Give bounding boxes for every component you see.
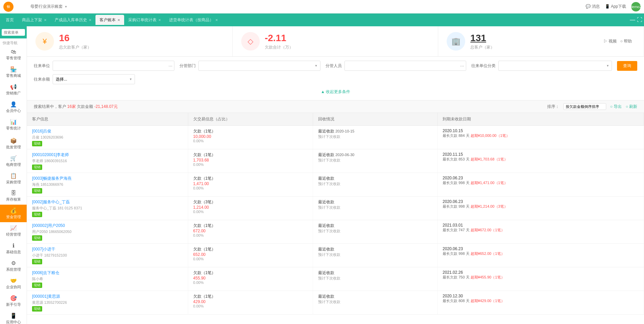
avatar[interactable]: demo2 [631,2,641,11]
customer-badge-4: 现销 [32,235,42,241]
unit-dots-btn[interactable]: ··· [169,63,173,68]
th-recovery: 回收情况 [313,113,437,126]
recent-label-7: 最近收款 [318,294,432,299]
recent-label-5: 最近收款 [318,246,432,252]
sidebar-item-wholesale-mgmt[interactable]: 📦 批发管理 [0,135,27,152]
system-icon: ⚙ [11,260,16,266]
tab-product-off[interactable]: 商品上下架 ✕ [18,15,51,25]
filter-label-category: 往来单位分类 [471,63,496,69]
overdue-link-3[interactable]: 超期¥1,214.00（3笔） [471,204,508,208]
filter-item-unit: 往来单位 ··· [34,61,174,71]
sidebar-item-member-center[interactable]: 👤 会员中心 [0,98,27,116]
guide-icon: 🎯 [10,295,17,301]
overdue-link-0[interactable]: 超期¥10,000.00（1笔） [471,134,510,138]
tab-close-product-off[interactable]: ✕ [44,18,47,22]
collapse-btn[interactable]: ▲ 收起更多条件 [34,88,637,96]
finance-icon: 💰 [10,207,17,214]
sidebar-item-inventory[interactable]: 🗄 库存核算 [0,187,27,205]
stat-value-customers: 16 [59,33,91,43]
next-collect-1: 预计下次收款 [318,158,432,163]
customer-name-link-6[interactable]: [0006]去下粮仓 [32,270,59,275]
customer-name-link-3[interactable]: [0002]服务中心_丁磊 [32,200,70,204]
customer-name-link-5[interactable]: [0007]小进干 [32,247,55,252]
overdue-link-6[interactable]: 超期¥455.90（1笔） [471,275,505,279]
recent-label-1: 最近收款 2020-06-30 [318,152,432,158]
tab-close-purchase-order[interactable]: ✕ [158,18,161,22]
cell-customer-2: [0003]畅捷服务尹海燕 海燕 18513066976 现销 [27,173,188,197]
sidebar-item-retail-stats[interactable]: 📊 零售统计 [0,116,27,134]
message-btn[interactable]: 💬 消息 [586,4,600,9]
sort-select[interactable]: 按欠款金额倒序排序 [563,103,606,110]
sidebar-item-system[interactable]: ⚙ 系统管理 [0,257,27,275]
overdue-link-1[interactable]: 超期¥1,703.68（1笔） [471,157,508,161]
tab-purchase-order[interactable]: 采购订单统计表 ✕ [124,15,165,25]
filter-input-unit[interactable] [53,61,174,71]
app-download-btn[interactable]: 📱 App下载 [605,4,626,9]
due-date-1: 2020.11.15 [443,152,639,157]
search-input[interactable] [2,29,25,36]
debt-count-1: 欠款（1笔） [193,152,308,158]
filter-row-1: 往来单位 ··· 分管部门 分管人员 [34,61,637,71]
tab-product-history[interactable]: 产成品入库单历史 ✕ [51,15,95,25]
tab-close-product-history[interactable]: ✕ [89,18,91,22]
help-btn[interactable]: ○ 帮助 [620,38,632,44]
filter-input-person[interactable] [344,61,466,71]
filter-balance-select[interactable]: 选择... [53,74,135,84]
sidebar-item-basic-info[interactable]: ℹ 基础信息 [0,240,27,257]
overdue-link-2[interactable]: 超期¥1,471.00（1笔） [471,181,508,185]
sidebar-item-retail-mgmt[interactable]: 🛍 零售管理 [0,46,27,63]
debt-count-5: 欠款（1笔） [193,246,308,252]
company-select[interactable]: 母婴行业演示账套 ▼ [30,4,586,9]
recent-label-6: 最近收款 [318,270,432,276]
export-btn[interactable]: ○ 导出 [610,104,622,110]
sidebar-item-finance[interactable]: 💰 资金管理 [0,205,27,222]
debt-count-7: 欠款（1笔） [193,294,308,299]
customer-name-link-2[interactable]: [0003]畅捷服务尹海燕 [32,176,72,181]
tab-close-customer-account[interactable]: ✕ [117,18,120,22]
sidebar-item-guide[interactable]: 🎯 新手引导 [0,292,27,310]
debt-amount-6: 455.90 [193,276,308,281]
next-collect-2: 预计下次收款 [318,181,432,186]
debt-amount-4: 672.00 [193,229,308,233]
sidebar-item-marketing[interactable]: 📢 营销推广 [0,81,27,98]
customer-name-link-4[interactable]: [000002]用户2050 [32,223,65,228]
filter-row-2: 往来余额 选择... [34,74,135,84]
sidebar-item-enterprise[interactable]: 🤝 企业协同 [0,275,27,292]
tab-minimize-btn[interactable]: — [630,17,635,23]
cell-recovery-3: 最近收款 预计下次收款 [313,197,437,220]
filter-category-select-wrap [498,61,612,71]
customer-name-link-0[interactable]: [0016]吕俊 [32,129,51,134]
ecommerce-icon: 🛒 [10,155,17,161]
tab-maximize-btn[interactable]: ⛶ [637,17,642,23]
sidebar-item-retail-mall[interactable]: 🏪 零售商城 [0,63,27,81]
sidebar-item-app-center[interactable]: 📱 应用中心 [0,310,27,324]
sidebar-item-operations[interactable]: 📈 经营管理 [0,222,27,240]
overdue-link-5[interactable]: 超期¥652.00（1笔） [471,252,505,256]
tab-purchase-stats[interactable]: 进货单统计表（按商品） ✕ [165,15,222,25]
table-row: [0002]服务中心_丁磊 服务中心_丁磊 181 0125 8371 现销 欠… [27,197,644,220]
filter-category-select[interactable] [498,61,612,71]
retail-mall-icon: 🏪 [10,66,17,72]
stat-item-total: 🏢 131 总客户（家） ▷ 视频 ○ 帮助 [438,26,644,56]
tab-close-purchase-stats[interactable]: ✕ [215,18,218,22]
cell-due-0: 2020.10.15 最长欠款 884 天 超期¥10,000.00（1笔） [438,126,644,149]
overdue-link-4[interactable]: 超期¥672.00（1笔） [471,228,505,232]
tab-home[interactable]: 首页 [2,15,18,25]
debt-count-6: 欠款（1笔） [193,270,308,276]
debt-amount-3: 1,214.00 [193,205,308,210]
person-dots-btn[interactable]: ··· [460,63,464,68]
overdue-link-7[interactable]: 超期¥429.00（1笔） [471,299,505,303]
cell-recovery-0: 最近收款 2020-10-15 预计下次收款 [313,126,437,149]
retail-mgmt-icon: 🛍 [11,49,16,55]
cell-due-5: 2020.06.23 最长欠款 998 天 超期¥652.00（1笔） [438,244,644,267]
customer-name-link-1[interactable]: [0001020001]李老师 [32,152,69,157]
customer-name-link-7[interactable]: [000001]黄思源 [32,294,60,299]
recent-label-4: 最近收款 [318,223,432,229]
refresh-btn[interactable]: ○ 刷新 [626,104,637,110]
tab-customer-account[interactable]: 客户账本 ✕ [95,15,124,25]
search-button[interactable]: 查询 [617,61,637,71]
view-video-btn[interactable]: ▷ 视频 [604,38,617,44]
filter-dept-select[interactable] [198,61,320,71]
sidebar-item-purchase-mgmt[interactable]: 📋 采购管理 [0,170,27,187]
sidebar-item-ecommerce[interactable]: 🛒 电商管理 [0,152,27,170]
